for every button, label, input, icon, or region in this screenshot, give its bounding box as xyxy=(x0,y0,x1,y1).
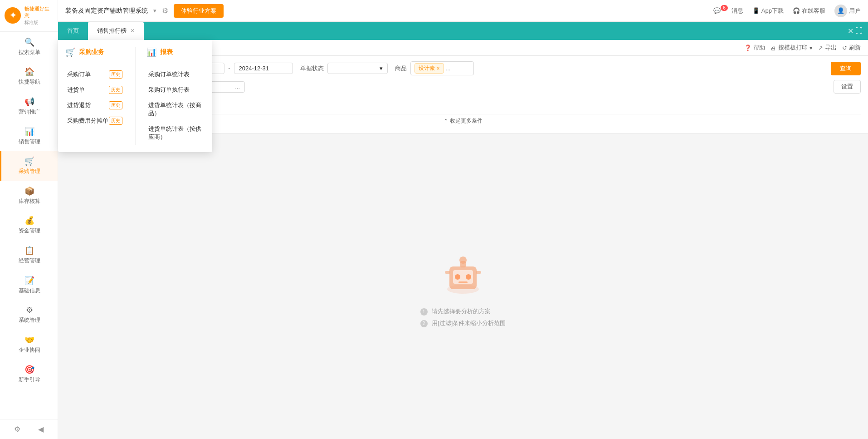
purchase-icon: 🛒 xyxy=(24,156,34,166)
print-icon: 🖨 xyxy=(770,44,776,51)
purchase-expense-item[interactable]: 采购费用分摊单 历史 xyxy=(65,113,124,128)
sidebar-item-search[interactable]: 🔍 搜索菜单 xyxy=(0,32,58,62)
template-print-btn[interactable]: 🖨 按模板打印 ▾ xyxy=(770,44,813,52)
purchase-order-history[interactable]: 历史 xyxy=(109,70,122,79)
nav-label-system: 系统管理 xyxy=(19,317,40,324)
nav-label-enterprise: 企业协同 xyxy=(19,347,40,354)
online-service-label: 在线客服 xyxy=(802,7,825,15)
goods-select[interactable]: 设计素 × ... xyxy=(410,61,474,75)
nav-label-purchase: 采购管理 xyxy=(19,168,40,175)
export-btn[interactable]: ↗ 导出 xyxy=(818,44,837,52)
user-icon: 👤 xyxy=(837,7,844,14)
tab-expand-icon[interactable]: ⛶ xyxy=(855,27,863,35)
export-label: 导出 xyxy=(825,44,837,52)
topbar-arrow-icon[interactable]: ▾ xyxy=(153,7,156,14)
dropdown-divider xyxy=(135,47,136,145)
refresh-icon: ↺ xyxy=(842,44,847,51)
operations-icon: 📋 xyxy=(24,246,34,256)
user-btn[interactable]: 👤 用户 xyxy=(834,5,861,17)
sidebar-logo: ✦ 畅捷通好生意 标准版 xyxy=(0,0,58,32)
svg-point-4 xyxy=(466,274,471,280)
nav-label-basic: 基础信息 xyxy=(19,287,40,295)
avatar: 👤 xyxy=(834,5,847,17)
help-btn[interactable]: ❓ 帮助 xyxy=(744,44,765,52)
sidebar-item-finance[interactable]: 💰 资金管理 xyxy=(0,210,58,240)
basic-icon: 📝 xyxy=(24,276,34,286)
collapse-icon: ⌃ xyxy=(444,118,448,124)
nav-label-operations: 经营管理 xyxy=(19,257,40,265)
sidebar-item-basic[interactable]: 📝 基础信息 xyxy=(0,270,58,300)
empty-text: 1 请先选择要分析的方案 2 用[过滤]条件来缩小分析范围 xyxy=(420,306,506,329)
sidebar-item-system[interactable]: ⚙ 系统管理 xyxy=(0,300,58,330)
sidebar-item-quick-nav[interactable]: 🏠 快捷导航 xyxy=(0,61,58,91)
date-to-input[interactable] xyxy=(234,63,293,74)
goods-dots: ... xyxy=(446,65,451,72)
app-download-label: App下载 xyxy=(761,7,784,15)
query-btn[interactable]: 查询 xyxy=(831,62,861,75)
guide-icon: 🎯 xyxy=(24,365,34,375)
purchase-col: 🛒 采购业务 采购订单 历史 进货单 历史 进货退货 历史 采购费用分摊单 历史 xyxy=(65,47,124,145)
settings-btn[interactable]: 设置 xyxy=(834,80,861,94)
industry-btn[interactable]: 体验行业方案 xyxy=(174,4,224,18)
purchase-expense-label: 采购费用分摊单 xyxy=(67,117,108,125)
empty-state: 1 请先选择要分析的方案 2 用[过滤]条件来缩小分析范围 xyxy=(58,133,868,439)
tab-close-all-icon[interactable]: ✕ xyxy=(848,27,853,35)
report-col-title: 📊 报表 xyxy=(146,47,205,61)
settings-bottom-btn[interactable]: ⚙ xyxy=(14,425,20,434)
tab-home[interactable]: 首页 xyxy=(58,22,88,40)
logo-text: 畅捷通好生意 xyxy=(24,5,53,20)
tab-bar-actions: ✕ ⛶ xyxy=(842,27,868,35)
top-bar: 装备及固定资产辅助管理系统 ▾ ⚙ 体验行业方案 💬 6 消息 📱 App下载 … xyxy=(58,0,868,22)
goods-receipt-item[interactable]: 进货单 历史 xyxy=(65,82,124,98)
bill-status-arrow-icon: ▾ xyxy=(380,65,383,72)
purchase-order-exec-label: 采购订单执行表 xyxy=(148,86,190,94)
sidebar-item-marketing[interactable]: 📢 营销推广 xyxy=(0,91,58,121)
goods-receipt-history[interactable]: 历史 xyxy=(109,86,122,94)
bill-status-filter: 单据状态 ▾ xyxy=(300,63,388,74)
purchase-expense-history[interactable]: 历史 xyxy=(109,117,122,125)
goods-stats-by-supplier-label: 进货单统计表（按供应商） xyxy=(148,125,204,141)
messages-badge: 6 xyxy=(721,5,728,11)
purchase-order-exec-item[interactable]: 采购订单执行表 xyxy=(146,82,205,98)
topbar-settings-icon[interactable]: ⚙ xyxy=(162,6,168,15)
collapse-sidebar-btn[interactable]: ◀ xyxy=(38,425,44,434)
sidebar-bottom: ⚙ ◀ xyxy=(0,419,58,439)
goods-return-history[interactable]: 历史 xyxy=(109,101,122,109)
nav-label-inventory: 库存核算 xyxy=(19,198,40,205)
sidebar-item-enterprise[interactable]: 🤝 企业协同 xyxy=(0,330,58,360)
messages-btn[interactable]: 💬 6 消息 xyxy=(713,7,743,15)
sidebar-item-purchase[interactable]: 🛒 采购管理 xyxy=(0,151,58,181)
goods-return-item[interactable]: 进货退货 历史 xyxy=(65,98,124,113)
sidebar-item-inventory[interactable]: 📦 库存核算 xyxy=(0,181,58,211)
sidebar-item-sales[interactable]: 📊 销售管理 xyxy=(0,121,58,151)
topbar-right: 💬 6 消息 📱 App下载 🎧 在线客服 👤 用户 xyxy=(713,5,861,17)
report-col-label: 报表 xyxy=(160,48,173,56)
goods-filter: 商品 设计素 × ... xyxy=(395,61,474,75)
sidebar-item-operations[interactable]: 📋 经营管理 xyxy=(0,240,58,270)
sidebar: ✦ 畅捷通好生意 标准版 🔍 搜索菜单 🏠 快捷导航 📢 营销推广 📊 xyxy=(0,0,58,439)
goods-stats-by-supplier-item[interactable]: 进货单统计表（按供应商） xyxy=(146,121,205,145)
system-title: 装备及固定资产辅助管理系统 xyxy=(65,7,148,15)
tab-close-icon[interactable]: ✕ xyxy=(130,28,135,34)
tab-sales-rank[interactable]: 销售排行榜 ✕ xyxy=(88,22,144,40)
nav-label-finance: 资金管理 xyxy=(19,227,40,235)
goods-stats-by-product-item[interactable]: 进货单统计表（按商品） xyxy=(146,98,205,121)
finance-icon: 💰 xyxy=(24,216,34,226)
purchase-order-item[interactable]: 采购订单 历史 xyxy=(65,67,124,82)
messages-label: 消息 xyxy=(731,7,743,15)
refresh-btn[interactable]: ↺ 刷新 xyxy=(842,44,861,52)
empty-step-1: 1 请先选择要分析的方案 xyxy=(420,306,506,317)
user-label: 用户 xyxy=(849,7,861,15)
nav-label-search: 搜索菜单 xyxy=(19,49,40,56)
inventory-icon: 📦 xyxy=(24,186,34,196)
bill-status-select[interactable]: ▾ xyxy=(327,63,388,74)
goods-tag: 设计素 × xyxy=(414,63,444,74)
purchase-order-stats-item[interactable]: 采购订单统计表 xyxy=(146,67,205,82)
online-service-btn[interactable]: 🎧 在线客服 xyxy=(793,7,825,15)
headset-icon: 🎧 xyxy=(793,7,800,14)
sidebar-item-guide[interactable]: 🎯 新手引导 xyxy=(0,359,58,389)
template-print-label: 按模板打印 xyxy=(778,44,808,52)
app-download-btn[interactable]: 📱 App下载 xyxy=(752,7,784,15)
goods-tag-close[interactable]: × xyxy=(437,65,440,72)
svg-rect-5 xyxy=(458,281,468,283)
